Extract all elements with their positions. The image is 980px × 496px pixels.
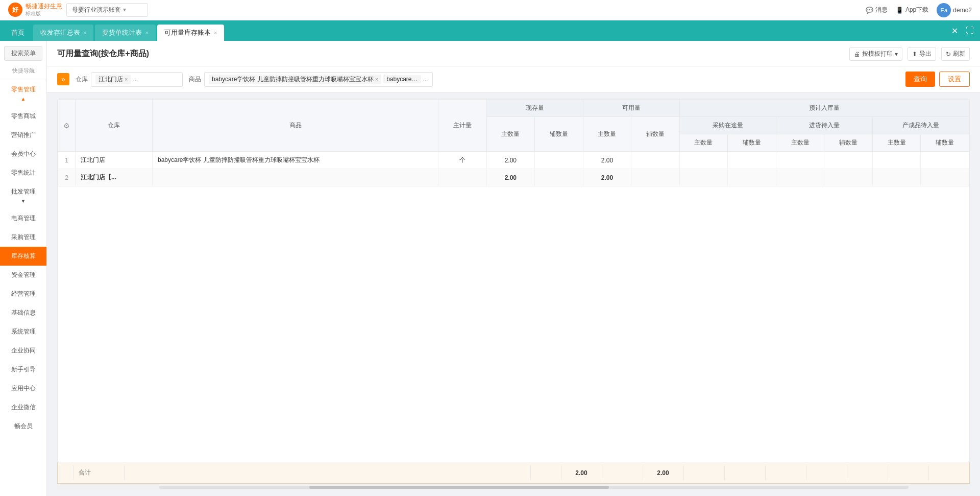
- content-area: 可用量查询(按仓库+商品) 🖨 按模板打印 ▾ ⬆ 导出 ↻ 刷新 »: [47, 41, 980, 496]
- product-tag2: babycare…: [383, 75, 421, 83]
- sidebar-item-ecommerce[interactable]: 电商管理: [0, 209, 46, 228]
- sidebar-member-plus-label: 畅会员: [14, 422, 33, 431]
- logo-icon: 好: [8, 3, 22, 17]
- avatar: Ea: [937, 3, 951, 17]
- data-table: ⚙ 仓库 商品 主计量 现存量 可用量 预计入库量 主数量 辅数量: [58, 99, 969, 186]
- fullscreen-icon[interactable]: ⛶: [964, 25, 976, 37]
- sidebar-purchase-mgmt-label: 采购管理: [11, 233, 36, 242]
- export-btn[interactable]: ⬆ 导出: [908, 47, 936, 61]
- search-menu-btn[interactable]: 搜索菜单: [4, 46, 42, 61]
- sidebar-item-finance-mgmt[interactable]: 资金管理: [0, 266, 46, 285]
- col-available-main-header: 主数量: [583, 117, 631, 152]
- col-stock-main-header: 主数量: [486, 117, 535, 152]
- sidebar-item-app-center[interactable]: 应用中心: [0, 379, 46, 398]
- horizontal-scrollbar-track[interactable]: [159, 486, 909, 489]
- sidebar-item-marketing[interactable]: 营销推广: [0, 126, 46, 145]
- close-window-icon[interactable]: ✕: [948, 25, 961, 37]
- tab-order-stats-close[interactable]: ×: [145, 30, 148, 36]
- sidebar-item-inventory[interactable]: 库存核算: [0, 247, 46, 266]
- sidebar-item-wholesale-mgmt[interactable]: 批发管理 ▼: [0, 182, 46, 209]
- logo-area: 好 畅捷通好生意 标准版: [8, 3, 62, 17]
- footer-incoming-aux-total: [847, 465, 888, 480]
- sidebar-app-center-label: 应用中心: [11, 384, 36, 393]
- org-name: 母婴行业演示账套: [72, 6, 121, 14]
- gear-icon[interactable]: ⚙: [63, 122, 70, 130]
- footer-stock-aux-total: [602, 465, 643, 480]
- sidebar-item-new-guide[interactable]: 新手引导: [0, 360, 46, 379]
- filter-toggle-btn[interactable]: »: [57, 73, 69, 85]
- message-label: 消息: [875, 6, 888, 14]
- sidebar-item-system-mgmt[interactable]: 系统管理: [0, 322, 46, 341]
- col-forecast-group-header: 预计入库量: [679, 100, 969, 117]
- settings-button[interactable]: 设置: [939, 72, 970, 87]
- filter-actions: 查询 设置: [905, 72, 970, 87]
- app-download-label: App下载: [905, 6, 928, 14]
- row-2-warehouse: 江北门店【...: [76, 169, 153, 186]
- org-selector[interactable]: 母婴行业演示账套 ▾: [66, 3, 148, 17]
- tab-available-stock-close[interactable]: ×: [214, 30, 217, 36]
- query-button[interactable]: 查询: [905, 72, 935, 87]
- top-bar-left: 好 畅捷通好生意 标准版 母婴行业演示账套 ▾: [8, 3, 148, 17]
- sidebar-item-enterprise-wechat[interactable]: 企业微信: [0, 398, 46, 417]
- row-1-warehouse: 江北门店: [76, 152, 153, 169]
- user-area[interactable]: Ea demo2: [937, 3, 972, 17]
- logo-text: 畅捷通好生意: [26, 3, 62, 10]
- logo-sub: 标准版: [26, 10, 62, 17]
- tab-receipt-summary-label: 收发存汇总表: [40, 28, 80, 37]
- print-btn[interactable]: 🖨 按模板打印 ▾: [849, 47, 902, 61]
- col-settings-header: ⚙: [58, 100, 76, 152]
- footer-empty3: [530, 465, 561, 480]
- sidebar-marketing-label: 营销推广: [11, 131, 36, 139]
- row-2-production-main: [872, 169, 921, 186]
- sidebar-item-basic-info[interactable]: 基础信息: [0, 303, 46, 322]
- sidebar-item-purchase-mgmt[interactable]: 采购管理: [0, 228, 46, 247]
- product-filter-field: 商品 babycare学饮杯 儿童防摔防撞吸管杯重力球吸嘴杯宝宝水杯 × bab…: [189, 72, 433, 87]
- app-download-btn[interactable]: 📱 App下载: [896, 6, 928, 14]
- refresh-btn[interactable]: ↻ 刷新: [941, 47, 970, 61]
- product-input[interactable]: babycare学饮杯 儿童防摔防撞吸管杯重力球吸嘴杯宝宝水杯 × babyca…: [204, 72, 433, 87]
- message-btn[interactable]: 💬 消息: [866, 6, 888, 14]
- sidebar-item-retail-mall[interactable]: 零售商城: [0, 107, 46, 126]
- sidebar-ecommerce-label: 电商管理: [11, 214, 36, 223]
- row-1-index: 1: [58, 152, 76, 169]
- footer-production-aux-total: [928, 465, 969, 480]
- table-row: 1 江北门店 babycare学饮杯 儿童防摔防撞吸管杯重力球吸嘴杯宝宝水杯 个…: [58, 152, 969, 169]
- tab-receipt-summary-close[interactable]: ×: [83, 30, 86, 36]
- product-more-icon[interactable]: ...: [423, 76, 428, 83]
- sidebar-item-enterprise-collab[interactable]: 企业协同: [0, 341, 46, 360]
- footer-stock-main-total: 2.00: [561, 465, 602, 480]
- sidebar-item-retail-mgmt[interactable]: 零售管理 ▲: [0, 80, 46, 107]
- footer-production-main-total: [888, 465, 928, 480]
- row-2-available-aux: [631, 169, 680, 186]
- tab-home[interactable]: 首页: [4, 25, 32, 41]
- row-2-stock-main: 2.00: [486, 169, 535, 186]
- row-1-incoming-aux: [824, 152, 873, 169]
- sidebar-system-mgmt-label: 系统管理: [11, 327, 36, 336]
- sidebar-item-retail-stats[interactable]: 零售统计: [0, 163, 46, 182]
- chevron-icon: ▲: [21, 96, 26, 102]
- tab-receipt-summary[interactable]: 收发存汇总表 ×: [33, 25, 93, 41]
- horizontal-scrollbar-thumb[interactable]: [309, 486, 609, 489]
- product-tag1-remove[interactable]: ×: [375, 76, 378, 82]
- footer-purchase-aux-total: [765, 465, 806, 480]
- page-actions: 🖨 按模板打印 ▾ ⬆ 导出 ↻ 刷新: [849, 47, 970, 61]
- top-bar: 好 畅捷通好生意 标准版 母婴行业演示账套 ▾ 💬 消息 📱 App下载 Ea …: [0, 0, 980, 20]
- warehouse-tag-remove[interactable]: ×: [125, 76, 128, 82]
- sidebar-retail-mall-label: 零售商城: [11, 112, 36, 121]
- sidebar-item-member-center[interactable]: 会员中心: [0, 145, 46, 163]
- warehouse-more-icon[interactable]: ...: [133, 76, 138, 83]
- sidebar-item-member-plus[interactable]: 畅会员: [0, 417, 46, 436]
- table-footer: 合计 2.00 2.00: [57, 462, 970, 484]
- sidebar-wholesale-mgmt-label: 批发管理: [11, 187, 36, 196]
- sidebar-finance-mgmt-label: 资金管理: [11, 271, 36, 279]
- row-2-index: 2: [58, 169, 76, 186]
- refresh-label: 刷新: [953, 50, 965, 58]
- sidebar-retail-mgmt-label: 零售管理: [11, 85, 36, 94]
- nav-tabs-right: ✕ ⛶: [948, 25, 976, 37]
- tab-available-stock[interactable]: 可用量库存账本 ×: [157, 25, 224, 41]
- col-available-aux-header: 辅数量: [631, 117, 680, 152]
- sidebar-item-business-mgmt[interactable]: 经营管理: [0, 285, 46, 303]
- tab-order-stats[interactable]: 要货单统计表 ×: [95, 25, 155, 41]
- footer-empty1: [58, 465, 73, 480]
- warehouse-input[interactable]: 江北门店 × ...: [91, 72, 183, 87]
